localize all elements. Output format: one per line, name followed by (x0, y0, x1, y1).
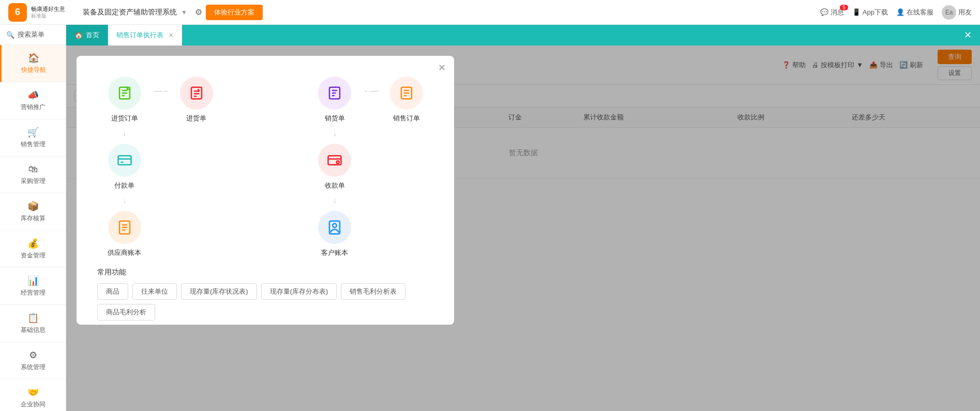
purchase-bill-icon (180, 77, 213, 110)
sidebar-item-collab[interactable]: 🤝 企业协同 (0, 379, 66, 411)
flow-arrow-h1: - - - - → (152, 71, 170, 95)
svg-point-21 (337, 161, 339, 163)
svg-point-23 (333, 224, 337, 228)
close-all-tabs-button[interactable]: ✕ (964, 29, 972, 41)
func-buttons: 商品 往来单位 现存量(库存状况表) 现存量(库存分布表) 销售毛利分析表 商品… (97, 283, 433, 321)
sales-icon: 🛒 (27, 127, 39, 138)
flow-node-purchase-order[interactable]: 进货订单 (108, 77, 141, 123)
system-icon: ⚙ (29, 349, 37, 361)
app-wrapper: 6 畅康通好生意 标准版 装备及固定资产辅助管理系统 ▼ ⚙ 体验行业方案 💬 … (0, 0, 980, 411)
flow-right-col: 销售订单 (380, 71, 433, 128)
sidebar-item-system[interactable]: ⚙ 系统管理 (0, 342, 66, 379)
tab-bar: 🏠 首页 销售订单执行表 ✕ ✕ (66, 25, 980, 45)
func-btn-stock-status[interactable]: 现存量(库存状况表) (181, 283, 257, 300)
main-layout: 🔍 搜索菜单 🏠 快捷导航 📣 营销推广 🛒 销售管理 🛍 采购管理 📦 (0, 25, 980, 411)
flow-node-supplier-ledger[interactable]: 供应商账本 (108, 211, 141, 257)
marketing-icon: 📣 (27, 89, 39, 101)
arrow-down-1: ↓ (123, 129, 127, 138)
system-title: 装备及固定资产辅助管理系统 ▼ ⚙ (83, 5, 206, 20)
payment-icon (108, 144, 141, 177)
search-menu-item[interactable]: 🔍 搜索菜单 (0, 25, 66, 45)
flow-node-payment[interactable]: 付款单 (108, 144, 141, 190)
modal-overlay[interactable]: ✕ 进货订单 ↓ (66, 45, 980, 411)
func-btn-partners[interactable]: 往来单位 (132, 283, 177, 300)
supplier-ledger-label: 供应商账本 (108, 248, 141, 257)
purchase-order-label: 进货订单 (111, 114, 138, 123)
logo-text: 畅康通好生意 标准版 (31, 5, 65, 19)
customer-ledger-icon (318, 211, 351, 244)
flow-node-sale-order[interactable]: 销售订单 (390, 77, 423, 123)
flow-diagram: 进货订单 ↓ 付款单 ↓ (97, 71, 433, 263)
func-btn-sales-profit[interactable]: 销售毛利分析表 (341, 283, 405, 300)
flow-node-sale-bill[interactable]: 销货单 (318, 77, 351, 123)
customer-ledger-label: 客户账本 (321, 248, 348, 257)
home-icon: 🏠 (74, 32, 83, 39)
flow-left-col: 进货订单 ↓ 付款单 ↓ (97, 71, 152, 263)
sale-order-icon (390, 77, 423, 110)
flow-node-purchase-bill[interactable]: 进货单 (180, 77, 213, 123)
content-area: 🏠 首页 销售订单执行表 ✕ ✕ ❓ (66, 25, 980, 411)
app-icon: 📱 (852, 8, 861, 16)
quick-nav-icon: 🏠 (28, 52, 39, 64)
func-btn-stock-dist[interactable]: 现存量(库存分布表) (261, 283, 337, 300)
flow-mid-right-col: 销货单 ↓ 收款单 ↓ (308, 71, 361, 263)
sidebar-item-finance[interactable]: 💰 资金管理 (0, 231, 66, 268)
arrow-down-4: ↓ (333, 196, 337, 205)
top-bar-right: 💬 消息 5 📱 App下载 👤 在线客服 Ea 用友 (820, 5, 972, 20)
sidebar-item-marketing[interactable]: 📣 营销推广 (0, 82, 66, 119)
sidebar-item-inventory[interactable]: 📦 库存核算 (0, 193, 66, 231)
inventory-icon: 📦 (27, 201, 39, 212)
flow-mid-left-col: 进货单 (170, 71, 223, 128)
sidebar-item-purchase[interactable]: 🛍 采购管理 (0, 157, 66, 193)
app-download-button[interactable]: 📱 App下载 (852, 8, 888, 17)
avatar: Ea (942, 5, 956, 20)
arrow-down-3: ↓ (333, 129, 337, 138)
sale-order-label: 销售订单 (393, 114, 420, 123)
service-icon: 👤 (896, 8, 904, 16)
common-functions-title: 常用功能 (97, 268, 433, 277)
sidebar-item-sales[interactable]: 🛒 销售管理 (0, 119, 66, 157)
main-content: ❓ 帮助 🖨 按模板打印 ▼ 📤 导出 (66, 45, 980, 411)
func-btn-product[interactable]: 商品 (97, 283, 128, 300)
logo-icon: 6 (8, 3, 27, 22)
sidebar: 🔍 搜索菜单 🏠 快捷导航 📣 营销推广 🛒 销售管理 🛍 采购管理 📦 (0, 25, 66, 411)
modal-close-button[interactable]: ✕ (438, 62, 446, 73)
tab-home[interactable]: 🏠 首页 (66, 25, 108, 45)
receipt-label: 收款单 (325, 181, 345, 190)
title-dropdown-icon[interactable]: ▼ (181, 9, 187, 16)
top-bar: 6 畅康通好生意 标准版 装备及固定资产辅助管理系统 ▼ ⚙ 体验行业方案 💬 … (0, 0, 980, 25)
message-icon: 💬 (820, 8, 828, 16)
trial-button[interactable]: 体验行业方案 (206, 5, 263, 20)
message-button[interactable]: 💬 消息 5 (820, 8, 844, 17)
svg-rect-4 (118, 156, 131, 165)
flow-node-receipt[interactable]: 收款单 (318, 144, 351, 190)
flow-arrow-h2: ← - - - - (361, 71, 380, 95)
purchase-bill-label: 进货单 (186, 114, 206, 123)
sidebar-item-quick[interactable]: 🏠 快捷导航 (0, 45, 66, 82)
user-menu[interactable]: Ea 用友 (942, 5, 972, 20)
finance-icon: 💰 (27, 238, 39, 249)
sidebar-item-basic[interactable]: 📋 基础信息 (0, 305, 66, 342)
sale-bill-label: 销货单 (325, 114, 345, 123)
search-icon: 🔍 (6, 31, 14, 39)
purchase-icon: 🛍 (28, 164, 38, 175)
payment-label: 付款单 (114, 181, 134, 190)
operation-icon: 📊 (27, 275, 39, 286)
online-service-button[interactable]: 👤 在线客服 (896, 8, 933, 17)
sidebar-item-operation[interactable]: 📊 经营管理 (0, 268, 66, 305)
basic-icon: 📋 (27, 312, 39, 324)
logo-area: 6 畅康通好生意 标准版 (8, 3, 74, 22)
purchase-order-icon (108, 77, 141, 110)
collab-icon: 🤝 (27, 387, 39, 398)
common-functions: 常用功能 商品 往来单位 现存量(库存状况表) 现存量(库存分布表) 销售毛利分… (97, 268, 433, 325)
system-name: 装备及固定资产辅助管理系统 (83, 8, 177, 17)
flow-node-customer-ledger[interactable]: 客户账本 (318, 211, 351, 257)
receipt-icon (318, 144, 351, 177)
supplier-ledger-icon (108, 211, 141, 244)
arrow-down-2: ↓ (123, 196, 127, 205)
tab-sales-order[interactable]: 销售订单执行表 ✕ (108, 25, 182, 45)
func-btn-product-profit[interactable]: 商品毛利分析 (97, 304, 155, 321)
tab-close-icon[interactable]: ✕ (169, 32, 173, 39)
settings-icon[interactable]: ⚙ (191, 5, 206, 20)
flow-modal: ✕ 进货订单 ↓ (77, 56, 454, 325)
